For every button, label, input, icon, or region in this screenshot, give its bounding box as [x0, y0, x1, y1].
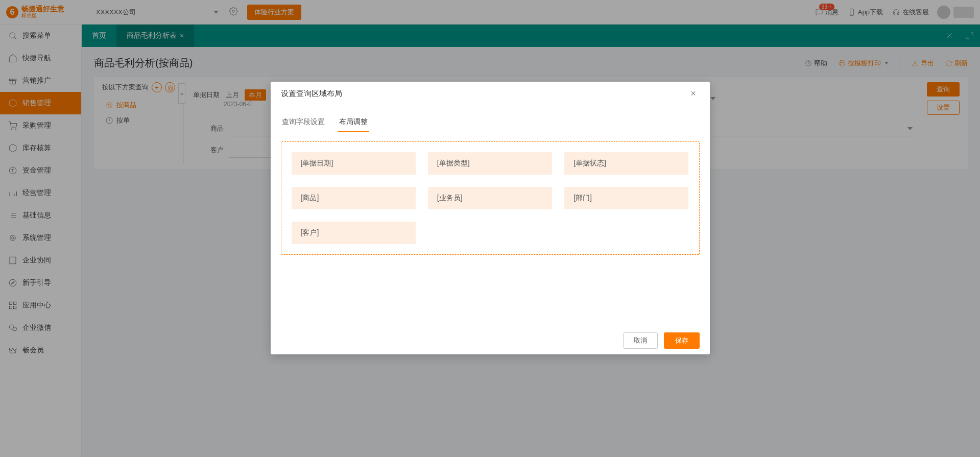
field-chip-salesman[interactable]: [业务员] [428, 187, 552, 209]
dialog-tab-fields[interactable]: 查询字段设置 [281, 113, 326, 132]
field-chip-type[interactable]: [单据类型] [428, 152, 552, 175]
close-icon: × [690, 88, 696, 99]
dialog-footer: 取消 保存 [271, 326, 710, 354]
dialog-tab-layout[interactable]: 布局调整 [338, 113, 369, 132]
dialog-tabs: 查询字段设置 布局调整 [281, 113, 700, 132]
dialog-body: 查询字段设置 布局调整 [单据日期] [单据类型] [单据状态] [商品] [业… [271, 106, 710, 326]
field-chip-dept[interactable]: [部门] [564, 187, 688, 209]
field-chip-status[interactable]: [单据状态] [564, 152, 688, 175]
field-chip-customer[interactable]: [客户] [292, 222, 416, 244]
layout-dialog: 设置查询区域布局 × 查询字段设置 布局调整 [单据日期] [单据类型] [单据… [271, 82, 710, 354]
save-button[interactable]: 保存 [664, 332, 700, 349]
field-chip-date[interactable]: [单据日期] [292, 152, 416, 175]
field-chip-goods[interactable]: [商品] [292, 187, 416, 209]
cancel-button[interactable]: 取消 [623, 332, 658, 349]
layout-dropzone[interactable]: [单据日期] [单据类型] [单据状态] [商品] [业务员] [部门] [客户… [281, 141, 700, 255]
dialog-close-button[interactable]: × [687, 88, 700, 100]
dialog-title: 设置查询区域布局 [281, 89, 342, 99]
dialog-header: 设置查询区域布局 × [271, 82, 710, 106]
